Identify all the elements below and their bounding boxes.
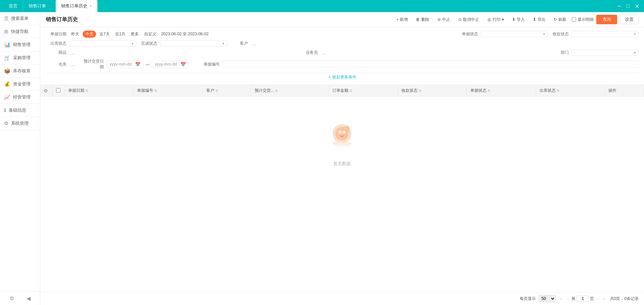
dept-label: 部门 [548, 50, 571, 55]
sidebar-item-system[interactable]: ⚙ 系统管理 [0, 117, 40, 130]
sidebar-item-search[interactable]: ☰ 搜索菜单 [0, 12, 40, 25]
tab-sales-order-close[interactable]: × [48, 4, 50, 8]
delivery-sort-icon[interactable]: ⇅ [275, 89, 278, 92]
setting-button[interactable]: 设置 [620, 15, 639, 24]
date-btn-1month[interactable]: 近1月 [113, 31, 128, 38]
date-btn-more[interactable]: 更多 [129, 31, 141, 38]
bill-sort-icon[interactable]: ⇅ [487, 89, 490, 92]
payment-sort-icon[interactable]: ⇅ [419, 89, 421, 92]
th-no: 单据编号⇅ [134, 85, 203, 97]
delivery-date-dash: — [143, 62, 152, 67]
payment-status-label: 收款状态 [548, 31, 571, 37]
th-operation: 操作 [605, 85, 644, 97]
no-sort-icon[interactable]: ⇅ [154, 89, 157, 92]
page-nav: « ‹ 第 页 › » [558, 295, 607, 302]
sidebar-item-purchase[interactable]: 🛒 采购管理 [0, 51, 40, 65]
display-detail-checkbox[interactable] [572, 17, 576, 22]
collapse-bar[interactable]: ∧ 收起更多条件 [46, 73, 639, 81]
svg-point-3 [338, 130, 342, 134]
cancel-stop-button[interactable]: ⊙ 取消中止 [456, 15, 482, 24]
payment-status-select[interactable]: ▾ [571, 31, 639, 37]
warehouse-label: 仓库 [46, 62, 69, 67]
print-button[interactable]: 🖨 打印 ▾ [484, 15, 507, 24]
tab-sales-order[interactable]: 销售订单 × [23, 0, 56, 12]
th-outbound-status: 出库状态⇅ [536, 85, 605, 97]
delivery-date-end-input[interactable]: yyyy-mm-dd 📅 [152, 61, 189, 68]
inventory-icon: 📦 [4, 68, 10, 74]
sidebar-item-shortcut[interactable]: ⊞ 快捷导航 [0, 25, 40, 38]
tab-sales-order-history-close[interactable]: × [89, 4, 91, 8]
select-all-checkbox[interactable] [56, 88, 60, 92]
sidebar-item-shortcut-label: 快捷导航 [11, 29, 29, 35]
outbound-status-select[interactable]: ▾ [69, 40, 136, 47]
customer-sort-icon[interactable]: ⇅ [215, 89, 218, 92]
empty-illustration [325, 117, 359, 157]
sidebar-settings-icon[interactable]: ⚙ [9, 295, 14, 302]
next-page-button[interactable]: › [595, 296, 600, 302]
payment-status-arrow-icon: ▾ [634, 32, 636, 36]
tab-home-label: 首页 [9, 3, 17, 9]
topbar-minimize-icon[interactable]: ─ [616, 2, 622, 10]
sidebar-item-finance[interactable]: 💰 资金管理 [0, 78, 40, 91]
date-btn-7days[interactable]: 近7天 [97, 31, 112, 38]
sidebar-item-inventory[interactable]: 📦 库存核算 [0, 65, 40, 78]
filter-row-3: 商品 ... 业务员 ... 部门 ▾ [46, 49, 639, 56]
delivery-date-label: 预计交货日期 [83, 59, 106, 70]
customer-label: 客户 [227, 41, 251, 46]
sidebar-item-purchase-label: 采购管理 [13, 55, 31, 61]
new-button[interactable]: + 新增 [394, 15, 411, 24]
table-settings-icon[interactable]: ⚙ [44, 88, 48, 93]
topbar-close-icon[interactable]: ✕ [634, 2, 641, 11]
topbar-maximize-icon[interactable]: □ [625, 2, 631, 10]
customer-select[interactable]: ... [251, 41, 258, 47]
dept-select[interactable]: ▾ [571, 49, 639, 56]
delivery-date-start-input[interactable]: yyyy-mm-dd 📅 [106, 61, 143, 68]
empty-text: 暂无数据 [333, 161, 351, 167]
tab-list: 首页 销售订单 × 销售订单历史 × [3, 0, 97, 12]
last-page-button[interactable]: » [601, 296, 607, 302]
date-btn-custom[interactable]: 自定义 [142, 31, 158, 38]
complete-status-select[interactable]: ▾ [160, 40, 227, 47]
sidebar-collapse-icon[interactable]: ◀ [27, 295, 31, 302]
bill-status-select[interactable]: ▾ [481, 31, 548, 37]
prev-page-button[interactable]: ‹ [565, 296, 570, 302]
export-button[interactable]: ⬆ 导出 [530, 15, 548, 24]
product-select[interactable]: ... [69, 50, 76, 56]
stop-button[interactable]: ⊘ 中止 [435, 15, 453, 24]
date-btn-yesterday[interactable]: 昨天 [69, 31, 81, 38]
page-number-input[interactable] [577, 295, 589, 302]
sidebar-item-basic[interactable]: ℹ 基础信息 [0, 104, 40, 117]
sidebar-item-operation[interactable]: 📈 经营管理 [0, 91, 40, 104]
outbound-status-label: 出库状态 [46, 41, 69, 46]
top-bar: 首页 销售订单 × 销售订单历史 × ─ □ ✕ [0, 0, 644, 12]
query-button[interactable]: 查询 [596, 15, 617, 24]
sales-icon: 📊 [4, 42, 10, 48]
display-detail-checkbox-wrapper[interactable]: 显示明细 [572, 17, 594, 23]
import-button[interactable]: ⬇ 导入 [509, 15, 527, 24]
delete-button[interactable]: 🗑 删除 [413, 15, 432, 24]
page-size-select[interactable]: 50 10 20 100 [539, 295, 556, 302]
bill-no-input[interactable] [222, 61, 639, 68]
warehouse-select[interactable]: ... [69, 61, 76, 67]
sidebar-item-sales[interactable]: 📊 销售管理 [0, 38, 40, 51]
tab-home[interactable]: 首页 [3, 0, 23, 12]
delivery-date-end-calendar-icon: 📅 [180, 62, 186, 67]
filter-row-4: 仓库 ... 预计交货日期 yyyy-mm-dd 📅 — yyyy-mm-dd … [46, 59, 639, 70]
purchase-icon: 🛒 [4, 55, 10, 61]
dept-arrow-icon: ▾ [634, 51, 636, 54]
sidebar-item-inventory-label: 库存核算 [13, 68, 31, 74]
sidebar-item-operation-label: 经营管理 [13, 94, 31, 100]
refresh-button[interactable]: ↻ 刷新 [551, 15, 569, 24]
first-page-button[interactable]: « [558, 296, 564, 302]
date-btn-today[interactable]: 今天 [83, 31, 96, 38]
refresh-icon: ↻ [554, 17, 557, 22]
date-filter-label: 单据日期 [46, 31, 69, 37]
tab-sales-order-history-label: 销售订单历史 [61, 3, 87, 9]
salesperson-select[interactable]: ... [320, 50, 328, 56]
tab-sales-order-history[interactable]: 销售订单历史 × [56, 0, 97, 12]
date-sort-icon[interactable]: ⇅ [85, 89, 88, 92]
th-bill-status: 单据状态⇅ [467, 85, 536, 97]
shortcut-icon: ⊞ [4, 29, 8, 35]
outbound-sort-icon[interactable]: ⇅ [557, 89, 559, 92]
amount-sort-icon[interactable]: ⇅ [349, 89, 352, 92]
